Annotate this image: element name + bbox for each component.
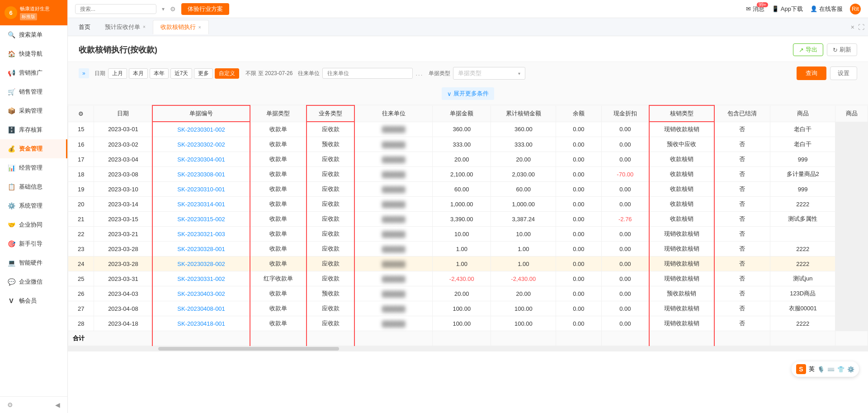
tab-prepayment-close-icon[interactable]: × — [143, 24, 146, 29]
col-header-partner: 往来单位 — [354, 105, 432, 122]
doc-no-link[interactable]: SK-20230321-003 — [177, 231, 225, 237]
export-button[interactable]: ↗ 导出 — [793, 43, 823, 56]
filter-more-btn[interactable]: 更多 — [194, 68, 213, 79]
cell-balance: 0.00 — [556, 271, 602, 286]
sidebar-item-label: 智能硬件 — [19, 259, 42, 267]
message-badge[interactable]: ✉ 消息 99+ — [746, 5, 764, 13]
doc-no-link[interactable]: SK-20230315-002 — [177, 216, 225, 223]
cell-cumulative: -2,430.00 — [491, 271, 556, 286]
refresh-button[interactable]: ↻ 刷新 — [827, 43, 857, 56]
sidebar-item-purchase[interactable]: 📦 采购管理 — [0, 101, 67, 120]
cell-coretype: 收款核销 — [649, 197, 714, 212]
footer-collapse-icon[interactable]: ◀ — [55, 401, 60, 408]
sales-icon: 🛒 — [7, 88, 15, 95]
tab-collection-close-icon[interactable]: × — [198, 25, 201, 30]
cell-discount: 0.00 — [601, 286, 649, 301]
filter-custom-btn[interactable]: 自定义 — [215, 68, 239, 79]
table-settings-icon[interactable]: ⚙ — [78, 110, 84, 117]
cell-goods: 2222 — [770, 316, 835, 331]
filter-this-month-btn[interactable]: 本月 — [129, 68, 148, 79]
filter-partner-input[interactable] — [322, 68, 413, 79]
cell-amount: 20.00 — [433, 286, 491, 301]
footer-settings-icon[interactable]: ⚙ — [7, 401, 13, 408]
cell-goodsimg — [835, 182, 868, 197]
sidebar-item-basic[interactable]: 📋 基础信息 — [0, 177, 67, 196]
table-row: 16 2023-03-02 SK-20230302-002 收款单 预收款 ██… — [68, 137, 868, 152]
window-close-icon[interactable]: × — [851, 24, 854, 31]
window-expand-icon[interactable]: ⛶ — [858, 24, 864, 31]
filter-7days-btn[interactable]: 近7天 — [170, 68, 193, 79]
cell-docno: SK-20230408-001 — [152, 301, 250, 316]
user-avatar[interactable]: Rit — [850, 4, 861, 14]
tab-collection[interactable]: 收款核销执行 × — [153, 20, 209, 34]
filter-this-year-btn[interactable]: 本年 — [150, 68, 169, 79]
col-header-settings[interactable]: ⚙ — [68, 105, 94, 122]
filter-dots: ... — [415, 70, 423, 77]
sidebar-item-hardware[interactable]: 💻 智能硬件 — [0, 253, 67, 272]
system-icon: ⚙️ — [7, 202, 15, 209]
doc-no-link[interactable]: SK-20230308-001 — [177, 171, 225, 178]
doc-no-link[interactable]: SK-20230331-002 — [177, 275, 225, 282]
app-download-link[interactable]: 📱 App下载 — [772, 5, 803, 13]
sidebar-item-system[interactable]: ⚙️ 系统管理 — [0, 196, 67, 215]
settings-gear-icon[interactable]: ⚙ — [170, 5, 176, 13]
sidebar-item-guide[interactable]: 🎯 新手引导 — [0, 234, 67, 253]
cell-balance: 0.00 — [556, 242, 602, 256]
cell-doctype: 收款单 — [250, 286, 307, 301]
tab-prepayment[interactable]: 预计应收付单 × — [98, 20, 153, 34]
cell-doctype: 收款单 — [250, 137, 307, 152]
customer-service-label: 在线客服 — [819, 5, 843, 13]
user-name: Rit — [852, 5, 859, 12]
cell-biztype: 预收款 — [307, 137, 354, 152]
cell-include: 否 — [714, 227, 770, 242]
tab-home[interactable]: 首页 — [71, 20, 98, 34]
sidebar-item-operation[interactable]: 📊 经营管理 — [0, 158, 67, 177]
cell-coretype: 现销收款核销 — [649, 316, 714, 331]
cell-balance: 0.00 — [556, 152, 602, 167]
doc-no-link[interactable]: SK-20230314-001 — [177, 201, 225, 208]
cell-partner: ██████ — [354, 167, 432, 182]
sidebar-item-enterprise[interactable]: 🤝 企业协同 — [0, 215, 67, 234]
filter-doctype-select[interactable]: 单据类型 ▾ — [453, 67, 525, 80]
filter-last-month-btn[interactable]: 上月 — [108, 68, 127, 79]
filter-expand-button[interactable]: ∨ 展开更多条件 — [442, 87, 494, 100]
table-footer-coretype — [649, 331, 714, 346]
scrollbar-thumb[interactable] — [158, 347, 339, 351]
solution-button[interactable]: 体验行业方案 — [181, 3, 229, 15]
shirt-icon[interactable]: 👕 — [837, 366, 844, 373]
cell-discount: 0.00 — [601, 227, 649, 242]
keyboard-icon[interactable]: ⌨️ — [827, 366, 835, 373]
customer-service-link[interactable]: 👤 在线客服 — [810, 5, 843, 13]
cell-goodsimg — [835, 227, 868, 242]
sidebar-item-member[interactable]: V 畅会员 — [0, 291, 67, 310]
grid-icon[interactable]: ⚙️ — [847, 366, 854, 373]
doc-no-link[interactable]: SK-20230403-002 — [177, 290, 225, 297]
sidebar-item-finance[interactable]: 💰 资金管理 — [0, 139, 67, 158]
dropdown-arrow-icon[interactable]: ▾ — [162, 6, 165, 12]
sidebar-item-quicknav[interactable]: 🏠 快捷导航 — [0, 44, 67, 63]
filter-setting-button[interactable]: 设置 — [830, 66, 857, 80]
cell-docno: SK-20230302-002 — [152, 137, 250, 152]
horizontal-scrollbar[interactable] — [68, 346, 868, 351]
doc-no-link[interactable]: SK-20230328-001 — [177, 246, 225, 252]
table-row: 17 2023-03-04 SK-20230304-001 收款单 应收款 ██… — [68, 152, 868, 167]
doc-no-link[interactable]: SK-20230310-001 — [177, 186, 225, 193]
sidebar-item-wechat[interactable]: 💬 企业微信 — [0, 272, 67, 291]
sidebar-item-inventory[interactable]: 🗄️ 库存核算 — [0, 120, 67, 139]
filter-toggle-button[interactable]: » — [79, 68, 89, 78]
doc-no-link[interactable]: SK-20230301-002 — [177, 126, 225, 133]
doc-no-link[interactable]: SK-20230418-001 — [177, 320, 225, 327]
filter-date-range: 不限 至 2023-07-26 — [245, 70, 292, 77]
doc-no-link[interactable]: SK-20230304-001 — [177, 156, 225, 163]
doc-no-link[interactable]: SK-20230328-002 — [177, 261, 225, 267]
doc-no-link[interactable]: SK-20230408-001 — [177, 305, 225, 312]
query-button[interactable]: 查询 — [797, 66, 826, 80]
cell-include: 否 — [714, 256, 770, 271]
sidebar-item-search[interactable]: 🔍 搜索菜单 — [0, 25, 67, 44]
search-input[interactable] — [75, 4, 156, 14]
mic-icon[interactable]: 🎙️ — [817, 366, 825, 373]
sidebar-item-sales[interactable]: 🛒 销售管理 — [0, 82, 67, 101]
doc-no-link[interactable]: SK-20230302-002 — [177, 141, 225, 148]
cell-cumulative: 1.00 — [491, 242, 556, 256]
sidebar-item-marketing[interactable]: 📢 营销推广 — [0, 63, 67, 82]
